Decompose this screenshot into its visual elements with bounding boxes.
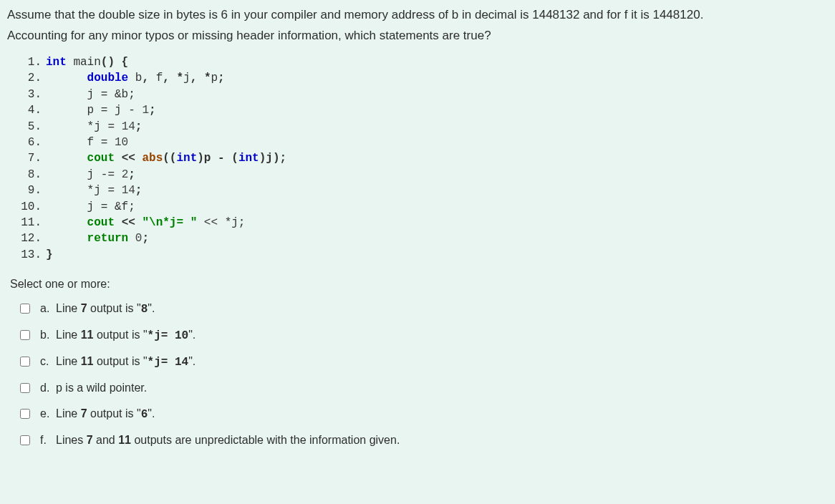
code-line: 8. j -= 2; [16,167,828,183]
option-row: f.Lines 7 and 11 outputs are unpredictab… [20,432,828,449]
option-letter: c. [40,353,56,370]
option-text: Line 11 output is "*j= 10". [56,326,196,344]
code-line: 9. *j = 14; [16,183,828,198]
option-row: a.Line 7 output is "8". [20,300,828,318]
option-row: c.Line 11 output is "*j= 14". [20,353,828,371]
line-number: 7. [16,150,42,166]
line-number: 8. [16,167,42,183]
code-line: 12. return 0; [16,231,828,246]
option-row: b.Line 11 output is "*j= 10". [20,326,828,344]
code-line: 11. cout << "\n*j= " << *j; [16,215,828,231]
line-number: 6. [16,135,42,150]
option-checkbox-e[interactable] [20,409,30,419]
code-content: *j = 14; [46,184,142,197]
option-checkbox-a[interactable] [20,304,30,314]
code-content: j = &b; [46,88,135,101]
line-number: 4. [16,102,42,118]
line-number: 12. [16,231,42,246]
line-number: 11. [16,215,42,231]
code-content: f = 10 [46,136,128,149]
option-text: Line 7 output is "6". [56,405,155,423]
option-letter: f. [40,432,56,449]
option-text: Line 7 output is "8". [56,300,155,318]
code-content: } [46,248,53,261]
code-line: 6. f = 10 [16,135,828,150]
option-letter: e. [40,405,56,422]
line-number: 10. [16,199,42,215]
code-line: 7. cout << abs((int)p - (int)j); [16,150,828,166]
question-line-1: Assume that the double size in bytes is … [7,6,828,24]
code-content: j -= 2; [46,168,135,181]
code-line: 3. j = &b; [16,87,828,102]
code-content: p = j - 1; [46,104,156,117]
code-content: cout << "\n*j= " << *j; [46,216,245,229]
option-letter: b. [40,326,56,344]
line-number: 3. [16,87,42,102]
line-number: 1. [16,54,42,70]
code-line: 4. p = j - 1; [16,102,828,118]
option-checkbox-d[interactable] [20,383,30,393]
code-line: 13.} [16,247,828,263]
code-line: 2. double b, f, *j, *p; [16,70,828,86]
option-text: Line 11 output is "*j= 14". [56,353,196,371]
line-number: 13. [16,247,42,263]
code-line: 10. j = &f; [16,199,828,215]
option-letter: a. [40,300,56,317]
code-content: j = &f; [46,200,135,213]
option-row: d.p is a wild pointer. [20,379,828,397]
code-block: 1.int main() {2. double b, f, *j, *p;3. … [16,54,828,263]
code-content: int main() { [46,56,128,69]
question-line-2: Accounting for any minor typos or missin… [7,26,828,45]
code-content: cout << abs((int)p - (int)j); [46,152,286,165]
code-content: return 0; [46,232,149,245]
code-content: *j = 14; [46,120,142,133]
option-text: Lines 7 and 11 outputs are unpredictable… [56,432,400,449]
option-text: p is a wild pointer. [56,379,147,397]
code-line: 5. *j = 14; [16,119,828,135]
select-prompt: Select one or more: [10,276,828,293]
option-letter: d. [40,379,56,397]
line-number: 5. [16,119,42,135]
option-checkbox-c[interactable] [20,357,30,367]
option-row: e.Line 7 output is "6". [20,405,828,423]
line-number: 2. [16,70,42,86]
option-checkbox-b[interactable] [20,330,30,340]
option-checkbox-f[interactable] [20,435,30,445]
code-content: double b, f, *j, *p; [46,72,225,84]
code-line: 1.int main() { [16,54,828,70]
answer-options: a.Line 7 output is "8".b.Line 11 output … [20,300,828,449]
line-number: 9. [16,183,42,198]
